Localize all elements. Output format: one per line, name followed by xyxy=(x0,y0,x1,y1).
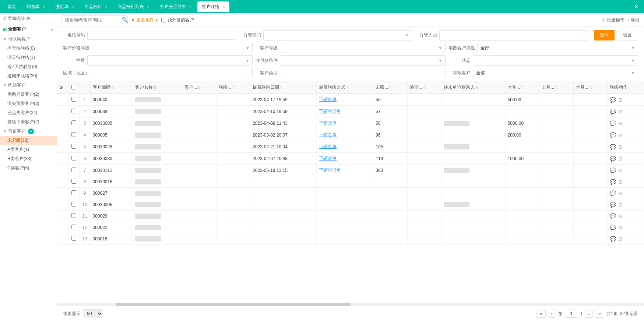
chat-icon[interactable]: 💬 xyxy=(610,225,616,230)
sidebar-item-churned[interactable]: 已流失客户(24) xyxy=(0,108,57,117)
col-last-month[interactable]: 上月...⇅ xyxy=(539,81,573,94)
page-size-select[interactable]: 50 100 200 xyxy=(83,309,103,318)
customer-level-select[interactable]: ▼ xyxy=(280,43,445,53)
grid-action-icon[interactable]: ⊞ xyxy=(618,202,623,208)
sidebar-item-b-class[interactable]: B类客户(33) xyxy=(0,154,57,163)
sidebar-group-pending[interactable]: ▼ 待联络客户 xyxy=(0,35,57,44)
chat-icon[interactable]: 💬 xyxy=(610,156,616,162)
col-last-type[interactable]: 最后联络方式⇅ xyxy=(317,81,373,94)
search-icon[interactable]: 🔍 xyxy=(122,17,128,23)
grid-action-icon[interactable]: ⊞ xyxy=(618,236,623,242)
row-checkbox[interactable] xyxy=(71,144,76,149)
tab-home[interactable]: 首页 xyxy=(3,1,21,12)
last-page-btn[interactable]: » xyxy=(595,310,604,318)
sidebar-item-ungrouped[interactable]: 未分组(32) xyxy=(0,136,57,145)
export-btn[interactable]: ↑ 导出 xyxy=(627,17,640,23)
row-checkbox[interactable] xyxy=(71,225,76,229)
last-contact-type-link[interactable]: 下销售订单 xyxy=(319,109,341,114)
row-checkbox[interactable] xyxy=(71,179,76,184)
next-page-btn[interactable]: › xyxy=(585,310,593,318)
reset-button[interactable]: 设置 xyxy=(617,30,638,40)
phone-input[interactable] xyxy=(87,31,236,40)
row-checkbox[interactable] xyxy=(71,97,76,102)
batch-op-btn[interactable]: ☑ 批量操作 xyxy=(602,17,624,23)
col-contact[interactable]: 联络...⇅ xyxy=(216,81,250,94)
close-all-tabs[interactable]: × xyxy=(632,3,641,10)
tab-sales[interactable]: 销售单 × xyxy=(22,1,49,12)
last-contact-type-link[interactable]: 下销货单 xyxy=(319,156,337,161)
sidebar-search-input[interactable] xyxy=(3,16,57,21)
sidebar-all-customers[interactable]: ⊞ 全部客户 « xyxy=(0,24,57,35)
prev-page-btn[interactable]: ‹ xyxy=(548,310,556,318)
last-contact-type-link[interactable]: 下销货单 xyxy=(319,132,337,137)
search-input[interactable] xyxy=(65,17,120,22)
region-select[interactable]: ··· xyxy=(92,68,253,78)
chat-icon[interactable]: 💬 xyxy=(610,109,616,114)
row-checkbox[interactable] xyxy=(71,109,76,113)
sidebar-group-value[interactable]: ▼ 价值客户 ● xyxy=(0,127,57,136)
chat-icon[interactable]: 💬 xyxy=(610,120,616,126)
tab-product-analysis[interactable]: 商品分析 × xyxy=(80,1,112,12)
chat-icon[interactable]: 💬 xyxy=(610,144,616,150)
tab-product-list[interactable]: 商品分析列表 × xyxy=(113,1,154,12)
row-checkbox[interactable] xyxy=(71,202,76,207)
nature-select[interactable]: ▼ xyxy=(87,55,253,66)
sidebar-item-hoarding[interactable]: 囤购异常客户(2) xyxy=(0,90,57,99)
sidebar-item-declining[interactable]: 持续下滑客户(2) xyxy=(0,117,57,127)
col-this-month[interactable]: 本月...⇅ xyxy=(573,81,607,94)
chat-icon[interactable]: 💬 xyxy=(610,179,616,185)
sidebar-item-tomorrow[interactable]: 明天待联络(1) xyxy=(0,53,57,62)
payment-select[interactable]: ▼ xyxy=(280,55,445,66)
customer-type-select[interactable] xyxy=(280,68,445,78)
chat-icon[interactable]: 💬 xyxy=(610,213,616,219)
col-gear[interactable]: ⚙ xyxy=(57,81,68,94)
grid-action-icon[interactable]: ⊞ xyxy=(618,225,623,230)
col-overdue[interactable]: 逾期...⇅ xyxy=(407,81,441,94)
close-product-list-icon[interactable]: × xyxy=(147,4,149,9)
row-checkbox[interactable] xyxy=(71,156,76,160)
chat-icon[interactable]: 💬 xyxy=(610,167,616,173)
col-not-contacted[interactable]: 未联...⇅ xyxy=(373,81,407,94)
grid-action-icon[interactable]: ⊞ xyxy=(618,109,623,114)
collapse-sidebar-icon[interactable]: « xyxy=(51,27,54,32)
query-button[interactable]: 查询 xyxy=(594,30,615,40)
col-name[interactable]: 客户名称⇅ xyxy=(133,81,182,94)
last-contact-type-link[interactable]: 下销售订单 xyxy=(319,167,341,173)
last-contact-type-link[interactable]: 下销货单 xyxy=(319,97,337,102)
grid-action-icon[interactable]: ⊞ xyxy=(618,213,623,219)
tab-customer-contact[interactable]: 客户联络 × xyxy=(197,1,229,12)
more-filters-btn[interactable]: ▼ 更多条件 ▲ xyxy=(131,17,158,23)
col-code[interactable]: 客户编码⇅ xyxy=(90,81,133,94)
col-unit-contact[interactable]: 往来单位联系人⇅ xyxy=(441,81,506,94)
grid-action-icon[interactable]: ⊞ xyxy=(618,167,623,173)
status-select[interactable]: ▼ xyxy=(473,55,638,66)
col-type[interactable]: 客户...⇅ xyxy=(182,81,216,94)
row-checkbox[interactable] xyxy=(71,190,76,195)
grid-action-icon[interactable]: ⊞ xyxy=(618,120,623,126)
sidebar-item-c-class[interactable]: C类客户(6) xyxy=(0,163,57,173)
close-purchase-icon[interactable]: × xyxy=(71,4,74,9)
tab-purchase[interactable]: 进货单 × xyxy=(51,1,78,12)
chat-icon[interactable]: 💬 xyxy=(610,132,616,138)
sidebar-group-problem[interactable]: ▼ 问题客户 xyxy=(0,81,57,90)
close-sales-icon[interactable]: × xyxy=(43,4,45,9)
horizontal-scrollbar[interactable] xyxy=(57,303,644,306)
row-checkbox[interactable] xyxy=(71,236,76,241)
chat-icon[interactable]: 💬 xyxy=(610,97,616,103)
grid-action-icon[interactable]: ⊞ xyxy=(618,156,623,162)
dept-select[interactable]: ▼ xyxy=(263,30,412,40)
page-input[interactable] xyxy=(565,310,578,318)
sidebar-item-overdue[interactable]: 逾期未联络(30) xyxy=(0,71,57,81)
row-checkbox[interactable] xyxy=(71,167,76,172)
row-checkbox[interactable] xyxy=(71,120,76,125)
last-contact-type-link[interactable]: 下销货单 xyxy=(319,120,337,126)
grid-action-icon[interactable]: ⊞ xyxy=(618,144,623,150)
chat-icon[interactable]: 💬 xyxy=(610,236,616,242)
last-contact-type-link[interactable]: 下销货单 xyxy=(319,144,337,149)
tab-customer-tier[interactable]: 客户分层经客 × xyxy=(155,1,196,12)
col-last-date[interactable]: 最后联络日期⇅ xyxy=(250,81,317,94)
chat-icon[interactable]: 💬 xyxy=(610,202,616,208)
grid-action-icon[interactable]: ⊞ xyxy=(618,179,623,185)
chat-icon[interactable]: 💬 xyxy=(610,190,616,196)
staff-select[interactable]: ··· xyxy=(439,30,588,40)
